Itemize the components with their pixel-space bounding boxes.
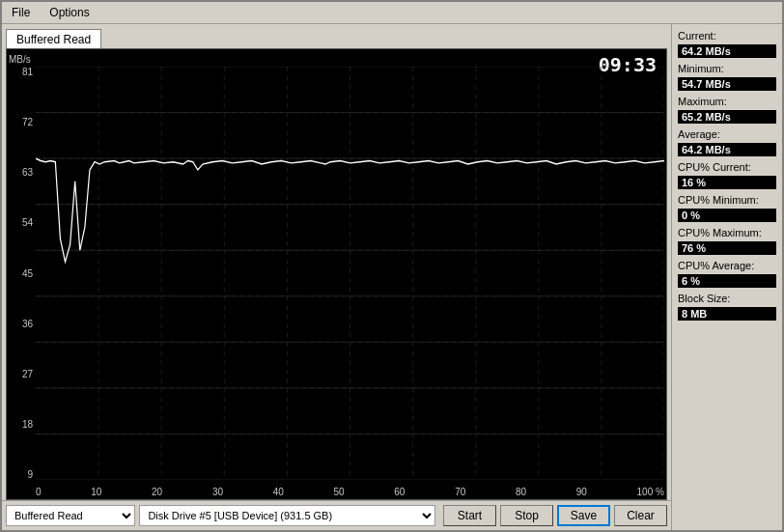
x-label-60: 60 xyxy=(394,487,405,497)
stop-button[interactable]: Stop xyxy=(500,505,553,526)
y-label-9: 9 xyxy=(7,469,36,480)
controls-bar: Buffered Read Disk Drive #5 [USB Device]… xyxy=(2,500,671,530)
x-label-50: 50 xyxy=(334,487,345,497)
x-label-30: 30 xyxy=(212,487,223,497)
y-axis-labels: 81 72 63 54 45 36 27 18 9 xyxy=(7,49,36,499)
cpu-current-label: CPU% Current: xyxy=(678,161,776,173)
maximum-label: Maximum: xyxy=(678,96,776,107)
minimum-label: Minimum: xyxy=(678,63,776,74)
y-label-36: 36 xyxy=(7,319,36,329)
x-label-100: 100 % xyxy=(637,487,664,497)
cpu-maximum-value: 76 % xyxy=(678,241,776,255)
save-button[interactable]: Save xyxy=(557,505,610,526)
cpu-average-value: 6 % xyxy=(678,274,776,288)
start-button[interactable]: Start xyxy=(443,505,496,526)
y-label-18: 18 xyxy=(7,419,36,430)
x-label-10: 10 xyxy=(91,487,101,497)
cpu-maximum-label: CPU% Maximum: xyxy=(678,227,776,238)
minimum-value: 54.7 MB/s xyxy=(678,77,776,91)
average-value: 64.2 MB/s xyxy=(678,143,776,156)
x-axis-labels: 0 10 20 30 40 50 60 70 80 90 100 % xyxy=(36,487,664,497)
x-label-90: 90 xyxy=(576,487,587,497)
y-label-72: 72 xyxy=(7,117,36,127)
menu-file[interactable]: File xyxy=(6,4,36,21)
chart-inner: MB/s 09:33 81 72 63 54 45 36 27 18 9 xyxy=(7,49,666,499)
tab-buffered-read[interactable]: Buffered Read xyxy=(6,29,101,49)
x-label-20: 20 xyxy=(152,487,162,497)
x-label-0: 0 xyxy=(36,487,42,497)
block-size-label: Block Size: xyxy=(678,293,776,304)
menu-options[interactable]: Options xyxy=(43,4,95,21)
main-area: Buffered Read MB/s 09:33 81 72 63 54 45 … xyxy=(2,24,782,530)
current-value: 64.2 MB/s xyxy=(678,44,776,58)
clear-button[interactable]: Clear xyxy=(614,505,667,526)
x-label-80: 80 xyxy=(516,487,526,497)
tab-bar: Buffered Read xyxy=(2,24,671,48)
main-window: File Options Buffered Read MB/s 09:33 81… xyxy=(0,0,784,532)
maximum-value: 65.2 MB/s xyxy=(678,110,776,124)
current-label: Current: xyxy=(678,30,776,42)
cpu-minimum-label: CPU% Minimum: xyxy=(678,194,776,206)
average-label: Average: xyxy=(678,128,776,140)
cpu-minimum-value: 0 % xyxy=(678,209,776,222)
block-size-value: 8 MB xyxy=(678,307,776,321)
x-label-70: 70 xyxy=(455,487,465,497)
chart-svg xyxy=(36,67,664,480)
left-panel: Buffered Read MB/s 09:33 81 72 63 54 45 … xyxy=(2,24,671,530)
cpu-average-label: CPU% Average: xyxy=(678,260,776,271)
y-label-45: 45 xyxy=(7,268,36,279)
cpu-current-value: 16 % xyxy=(678,176,776,189)
y-label-63: 63 xyxy=(7,167,36,178)
y-label-81: 81 xyxy=(7,67,36,77)
chart-grid xyxy=(36,67,664,480)
x-label-40: 40 xyxy=(273,487,284,497)
menubar: File Options xyxy=(2,2,782,24)
chart-container: MB/s 09:33 81 72 63 54 45 36 27 18 9 xyxy=(6,48,667,500)
test-type-select[interactable]: Buffered Read xyxy=(6,505,135,526)
right-panel: Current: 64.2 MB/s Minimum: 54.7 MB/s Ma… xyxy=(671,24,782,530)
drive-select[interactable]: Disk Drive #5 [USB Device] (931.5 GB) xyxy=(139,505,435,526)
y-label-54: 54 xyxy=(7,217,36,228)
y-label-27: 27 xyxy=(7,369,36,379)
